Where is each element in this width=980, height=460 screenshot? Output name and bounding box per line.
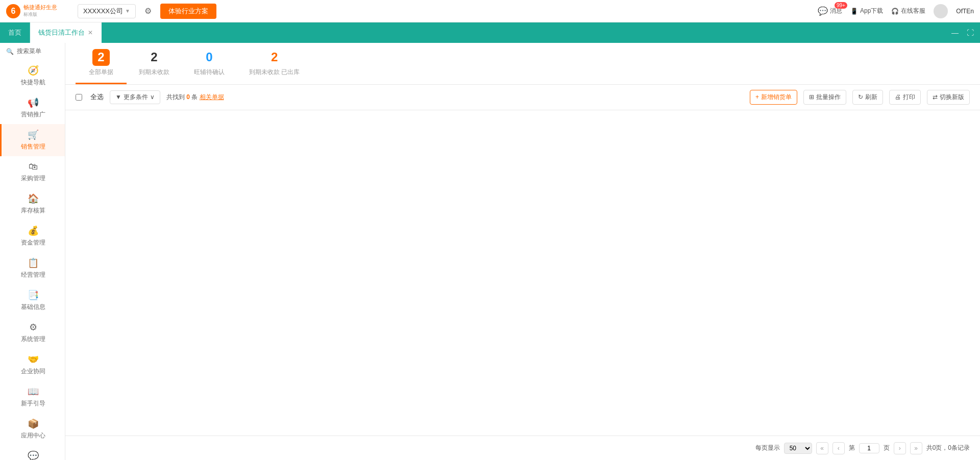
stat-label-overdue: 到期未收款 [139,68,169,77]
sidebar-yingyong-icon: 📦 [28,418,39,429]
found-unit: 条 [191,93,198,101]
sidebar-item-xitong[interactable]: ⚙ 系统管理 [0,317,65,349]
app-download-icon: 📱 [850,8,858,15]
per-page-select[interactable]: 50 100 200 [784,443,812,454]
stat-label-shipped: 到期未收款 已出库 [249,68,300,77]
sidebar-item-yingyong[interactable]: 📦 应用中心 [0,413,65,445]
sidebar-jingying-label: 经营管理 [21,271,45,279]
pagination-bar: 每页显示 50 100 200 « ‹ 第 页 › » 共0页，0条记录 [65,435,980,460]
online-service-button[interactable]: 🎧 在线客服 [891,7,925,15]
app-download-button[interactable]: 📱 App下载 [850,7,883,15]
stat-tab-overdue[interactable]: 2 到期未收款 [127,43,182,84]
last-page-button[interactable]: » [910,442,922,454]
sidebar-yingxiao-label: 营销推广 [21,110,45,119]
sidebar-item-xinshou[interactable]: 📖 新手引导 [0,381,65,413]
stat-tab-wangpu[interactable]: 0 旺辅待确认 [182,43,237,84]
tab-qhqrg[interactable]: 钱货日清工作台 ✕ [30,22,102,43]
sidebar-item-yingxiao[interactable]: 📢 营销推广 [0,92,65,124]
sidebar-xinshou-icon: 📖 [28,386,39,397]
message-badge: 99+ [835,2,847,9]
stat-label-all: 全部单据 [89,68,113,77]
sidebar-item-qiye[interactable]: 🤝 企业协同 [0,349,65,381]
sidebar-kucun-icon: 🏠 [28,193,39,204]
stats-tabs: 2 全部单据 2 到期未收款 0 旺辅待确认 2 到期未收款 已出库 [65,43,980,85]
logo-icon: 6 [6,4,20,18]
found-prefix: 共找到 [166,93,185,101]
nav-tabs-actions: — ⛶ [949,27,980,39]
switch-new-button[interactable]: ⇄ 切换新版 [927,90,970,105]
minimize-icon[interactable]: — [949,27,961,39]
sidebar-item-kucun[interactable]: 🏠 库存核算 [0,188,65,220]
page-label: 第 [849,444,855,452]
sidebar-xitong-icon: ⚙ [29,322,37,333]
stat-number-shipped: 2 [267,49,282,66]
sidebar-xiaoshou-label: 销售管理 [21,142,45,151]
next-page-button[interactable]: › [894,442,906,454]
sidebar-caigou-label: 采购管理 [21,174,45,183]
batch-operation-button[interactable]: ⊞ 批量操作 [803,90,846,105]
total-info: 共0页，0条记录 [926,444,970,452]
sidebar-item-jichu[interactable]: 📑 基础信息 [0,284,65,317]
refresh-button[interactable]: ↻ 刷新 [852,90,883,105]
sidebar-item-xiaoshou[interactable]: 🛒 销售管理 [0,124,65,156]
add-label: 新增销货单 [761,93,792,102]
company-name: XXXXXX公司 [83,7,123,16]
sidebar-qiye-label: 企业协同 [21,367,45,376]
filter-label: 更多条件 [124,93,148,102]
trial-button[interactable]: 体验行业方案 [160,4,216,19]
batch-label: 批量操作 [816,93,841,102]
sidebar-item-kuaijie[interactable]: 🧭 快捷导航 [0,60,65,92]
sidebar-kuaijie-label: 快捷导航 [21,78,45,87]
content-area: 2 全部单据 2 到期未收款 0 旺辅待确认 2 到期未收款 已出库 全选 ▼ … [65,43,980,460]
user-name: OfTEn [956,8,974,15]
sidebar-item-weixin[interactable]: 💬 企业微信 [0,445,65,460]
main-layout: 🔍 搜索菜单 🧭 快捷导航 📢 营销推广 🛒 销售管理 🛍 采购管理 🏠 库存核… [0,43,980,460]
per-page-label: 每页显示 [755,444,780,452]
app-download-label: App下载 [860,7,883,15]
add-sale-button[interactable]: + 新增销货单 [750,90,797,105]
sidebar-kuaijie-icon: 🧭 [28,65,39,76]
sidebar-jichu-icon: 📑 [28,289,39,301]
tab-home[interactable]: 首页 [0,22,30,43]
prev-page-button[interactable]: ‹ [832,442,845,454]
company-selector[interactable]: XXXXXX公司 ▼ [78,4,136,18]
sidebar-xiaoshou-icon: 🛒 [28,129,39,140]
sidebar-yingxiao-icon: 📢 [28,97,39,108]
select-all-checkbox[interactable] [76,94,82,101]
maximize-icon[interactable]: ⛶ [965,27,976,39]
refresh-label: 刷新 [865,93,877,102]
print-button[interactable]: 🖨 打印 [889,90,921,105]
sidebar-item-jingying[interactable]: 📋 经营管理 [0,252,65,284]
stat-tab-all[interactable]: 2 全部单据 [76,43,127,84]
avatar[interactable] [934,4,948,18]
add-icon: + [755,93,759,101]
sidebar-kucun-label: 库存核算 [21,206,45,215]
stat-tab-shipped[interactable]: 2 到期未收款 已出库 [237,43,312,84]
sidebar-qiye-icon: 🤝 [28,354,39,365]
top-header: 6 畅捷通好生意 标准版 XXXXXX公司 ▼ ⚙ 体验行业方案 💬 消息 99… [0,0,980,22]
page-input[interactable] [859,443,879,453]
filter-icon: ▼ [115,93,121,101]
select-all-label: 全选 [90,92,104,102]
print-icon: 🖨 [895,93,901,101]
filter-button[interactable]: ▼ 更多条件 ∨ [110,90,160,104]
first-page-button[interactable]: « [816,442,828,454]
settings-icon[interactable]: ⚙ [140,3,156,19]
print-label: 打印 [903,93,915,102]
filter-chevron-icon: ∨ [150,93,155,101]
page-suffix: 页 [884,444,890,452]
found-link[interactable]: 相关单据 [200,93,224,101]
sidebar-item-caigou[interactable]: 🛍 采购管理 [0,156,65,188]
nav-tabs-bar: 首页 钱货日清工作台 ✕ — ⛶ [0,22,980,43]
sidebar-jichu-label: 基础信息 [21,303,45,311]
tab-close-icon[interactable]: ✕ [88,29,93,36]
tab-qhqrg-label: 钱货日清工作台 [38,28,85,37]
search-menu-item[interactable]: 🔍 搜索菜单 [0,43,65,60]
sidebar-item-zijin[interactable]: 💰 资金管理 [0,220,65,252]
header-right: 💬 消息 99+ 📱 App下载 🎧 在线客服 OfTEn [818,4,974,18]
found-text: 共找到 0 条 相关单据 [166,93,224,102]
sidebar-yingyong-label: 应用中心 [21,431,45,440]
search-menu-label: 搜索菜单 [17,47,41,56]
sidebar-zijin-label: 资金管理 [21,238,45,247]
message-button[interactable]: 💬 消息 99+ [818,6,842,16]
